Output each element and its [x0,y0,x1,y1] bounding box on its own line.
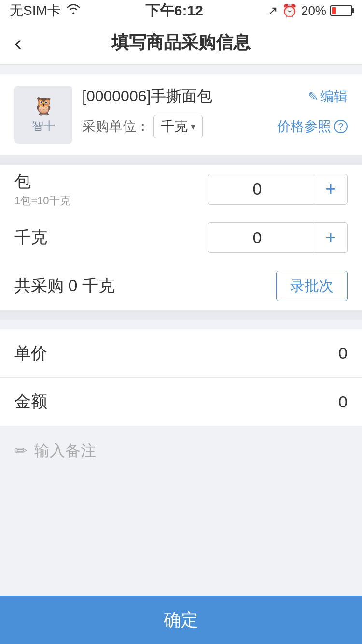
product-name-row: [0000006]手撕面包 ✎ 编辑 [82,86,348,107]
battery-icon [330,5,352,16]
bag-input-row: 包 1包=10千克 + [0,165,362,213]
time-display: 下午6:12 [145,1,203,21]
product-info: [0000006]手撕面包 ✎ 编辑 采购单位： 千克 ▾ 价格参照 ? [82,86,348,138]
chevron-down-icon: ▾ [191,121,195,132]
price-ref-button[interactable]: 价格参照 ? [277,117,348,136]
unit-selector-area: 采购单位： 千克 ▾ [82,115,203,138]
carrier-label: 无SIM卡 [10,1,61,20]
pencil-icon: ✏ [14,442,28,460]
bag-quantity-input[interactable] [208,174,314,205]
bag-plus-button[interactable]: + [314,174,348,205]
wifi-icon [66,3,81,18]
product-card: 🦉 智十 [0000006]手撕面包 ✎ 编辑 采购单位： 千克 ▾ [0,74,362,155]
bag-plus-icon: + [325,179,336,199]
info-section: 单价 0 金额 0 [0,329,362,426]
total-row: 共采购 0 千克 录批次 [0,262,362,310]
bag-sublabel: 1包=10千克 [14,194,92,208]
unit-select-value: 千克 [161,117,188,136]
battery-percent: 20% [301,3,326,18]
bag-label-area: 包 1包=10千克 [14,170,92,208]
status-right: ↗ ⏰ 20% [267,3,352,18]
kg-label: 千克 [14,226,92,249]
batch-button[interactable]: 录批次 [276,271,348,301]
kg-plus-icon: + [325,227,336,248]
edit-icon: ✎ [308,89,319,104]
status-left: 无SIM卡 [10,1,81,20]
product-image: 🦉 智十 [14,86,72,144]
status-bar: 无SIM卡 下午6:12 ↗ ⏰ 20% [0,0,362,21]
separator-1 [0,155,362,165]
total-quantity-inline: 0 [68,276,77,294]
amount-row: 金额 0 [0,378,362,426]
help-icon: ? [334,120,348,133]
kg-label-area: 千克 [14,226,92,249]
page-title: 填写商品采购信息 [111,31,251,55]
price-ref-label: 价格参照 [277,117,331,136]
edit-label: 编辑 [320,87,348,106]
total-summary-text: 共采购 0 千克 [14,275,115,297]
remark-input-placeholder: 输入备注 [34,440,96,462]
remark-section[interactable]: ✏ 输入备注 [0,427,362,475]
product-owl-icon: 🦉 [33,96,55,116]
nav-bar: ‹ 填写商品采购信息 [0,21,362,65]
product-brand-text: 智十 [32,118,55,134]
bag-input-control: + [92,174,348,205]
location-icon: ↗ [267,3,278,18]
kg-plus-button[interactable]: + [314,222,348,253]
amount-label: 金额 [14,391,47,413]
separator-2 [0,310,362,320]
kg-quantity-input[interactable] [208,222,314,253]
alarm-icon: ⏰ [282,3,297,18]
kg-input-control: + [92,222,348,253]
product-full-name: [0000006]手撕面包 [82,86,212,107]
back-button[interactable]: ‹ [14,31,22,55]
bag-label: 包 [14,170,92,193]
amount-value: 0 [338,392,348,411]
confirm-button-label: 确定 [164,608,198,632]
unit-price-value: 0 [338,344,348,363]
unit-label: 采购单位： [82,117,150,136]
kg-input-row: 千克 + [0,213,362,262]
edit-button[interactable]: ✎ 编辑 [308,87,348,106]
input-section: 包 1包=10千克 + 千克 + [0,165,362,262]
unit-row: 采购单位： 千克 ▾ 价格参照 ? [82,115,348,138]
confirm-button[interactable]: 确定 [0,596,362,644]
unit-price-label: 单价 [14,342,47,364]
unit-price-row: 单价 0 [0,329,362,378]
unit-select-dropdown[interactable]: 千克 ▾ [153,115,203,138]
